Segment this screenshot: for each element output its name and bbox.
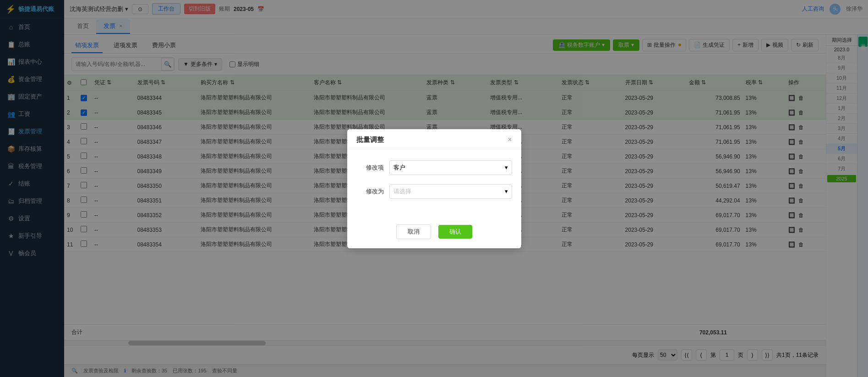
modal-overlay: 批量调整 × 修改项 客户 ▾ 修改为 请选择 ▾ 取消 确认	[0, 0, 868, 377]
batch-adjust-modal: 批量调整 × 修改项 客户 ▾ 修改为 请选择 ▾ 取消 确认	[347, 129, 521, 248]
modal-header: 批量调整 ×	[347, 129, 521, 149]
modal-footer: 取消 确认	[347, 219, 521, 248]
modal-body: 修改项 客户 ▾ 修改为 请选择 ▾	[347, 149, 521, 219]
confirm-button[interactable]: 确认	[438, 225, 472, 239]
modify-to-row: 修改为 请选择 ▾	[356, 184, 512, 199]
dropdown-arrow2-icon: ▾	[505, 188, 508, 195]
modal-close-btn[interactable]: ×	[508, 136, 512, 144]
dropdown-arrow-icon: ▾	[505, 164, 508, 171]
modify-to-select[interactable]: 请选择 ▾	[389, 184, 512, 199]
modify-to-label: 修改为	[356, 187, 384, 196]
modify-field-select[interactable]: 客户 ▾	[389, 160, 512, 175]
modal-title: 批量调整	[356, 136, 384, 144]
modify-field-label: 修改项	[356, 164, 384, 172]
modify-to-placeholder: 请选择	[393, 187, 411, 196]
modify-field-row: 修改项 客户 ▾	[356, 160, 512, 175]
cancel-button[interactable]: 取消	[396, 224, 431, 239]
